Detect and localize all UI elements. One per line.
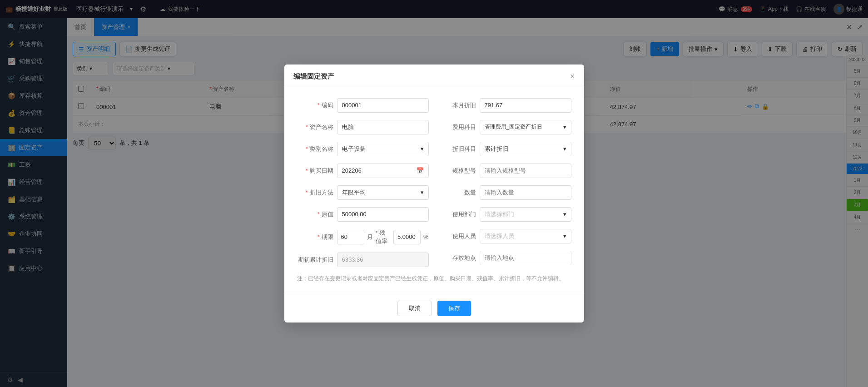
original-value-input[interactable] <box>337 207 429 222</box>
user-label: 使用人员 <box>440 232 476 240</box>
original-value-label: * 原值 <box>297 210 333 218</box>
form-item-purchase-date: * 购买日期 202206 📅 <box>297 164 429 178</box>
dialog-title: 编辑固定资产 <box>293 72 334 81</box>
residual-rate-unit: % <box>423 233 429 240</box>
quantity-input[interactable] <box>480 185 571 200</box>
category-form-label: * 类别名称 <box>297 145 333 153</box>
form-item-depreciation-category: 折旧科目 累计折旧 ▾ <box>440 142 571 156</box>
dialog-footer: 取消 保存 <box>284 294 584 322</box>
form-item-quantity: 数量 <box>440 185 571 200</box>
depreciation-method-select[interactable]: 年限平均 ▾ <box>337 185 429 200</box>
purchase-date-value: 202206 <box>342 167 362 174</box>
department-placeholder: 请选择部门 <box>485 210 514 218</box>
asset-name-label: * 资产名称 <box>297 123 333 131</box>
calendar-icon: 📅 <box>417 167 424 174</box>
depreciation-method-arrow: ▾ <box>421 189 424 196</box>
period-input[interactable] <box>337 230 364 244</box>
monthly-depreciation-input[interactable] <box>480 98 571 113</box>
spec-input[interactable] <box>480 164 571 178</box>
form-item-department: 使用部门 请选择部门 ▾ <box>440 207 571 222</box>
code-input[interactable] <box>337 98 429 113</box>
form-grid: * 编码 * 资产名称 <box>297 98 571 267</box>
purchase-date-label: * 购买日期 <box>297 167 333 175</box>
form-item-location: 存放地点 <box>440 251 571 265</box>
form-left: * 编码 * 资产名称 <box>297 98 429 267</box>
form-item-expense-category: 费用科目 管理费用_固定资产折旧 ▾ <box>440 120 571 134</box>
category-select[interactable]: 电子设备 ▾ <box>337 142 429 156</box>
spec-label: 规格型号 <box>440 167 476 175</box>
edit-asset-dialog: 编辑固定资产 × * 编码 <box>284 64 584 322</box>
category-select-arrow: ▾ <box>421 145 424 152</box>
initial-depreciation-label: 期初累计折旧 <box>297 256 333 264</box>
expense-category-label: 费用科目 <box>440 123 476 131</box>
form-item-period: * 期限 月 * 残值率 % <box>297 229 429 245</box>
dialog-body: * 编码 * 资产名称 <box>284 87 584 294</box>
code-label: * 编码 <box>297 101 333 109</box>
form-item-user: 使用人员 请选择人员 ▾ <box>440 229 571 243</box>
department-select[interactable]: 请选择部门 ▾ <box>480 207 571 222</box>
user-select[interactable]: 请选择人员 ▾ <box>480 229 571 243</box>
location-label: 存放地点 <box>440 254 476 262</box>
asset-name-input[interactable] <box>337 120 429 134</box>
user-arrow: ▾ <box>563 233 566 239</box>
form-right: 本月折旧 费用科目 管理费用_固定资产折旧 ▾ <box>440 98 571 267</box>
period-unit: 月 <box>367 233 373 241</box>
form-item-depreciation-method: * 折旧方法 年限平均 ▾ <box>297 185 429 200</box>
dialog-close-btn[interactable]: × <box>570 72 575 81</box>
cancel-button[interactable]: 取消 <box>397 301 432 316</box>
depreciation-category-select[interactable]: 累计折旧 ▾ <box>480 142 571 156</box>
expense-category-value: 管理费用_固定资产折旧 <box>485 123 542 131</box>
category-select-value: 电子设备 <box>342 145 366 153</box>
residual-rate-label: * 残值率 <box>376 229 391 245</box>
form-item-spec: 规格型号 <box>440 164 571 178</box>
depreciation-category-arrow: ▾ <box>563 145 566 152</box>
monthly-depreciation-label: 本月折旧 <box>440 101 476 109</box>
depreciation-method-label: * 折旧方法 <box>297 189 333 197</box>
form-item-category: * 类别名称 电子设备 ▾ <box>297 142 429 156</box>
period-group: 月 * 残值率 % <box>337 229 429 245</box>
form-note: 注：已经存在变更记录或者对应固定资产已经生成凭证，原值、购买日期、残值率、累计折… <box>297 274 571 283</box>
form-item-code: * 编码 <box>297 98 429 113</box>
dialog-header: 编辑固定资产 × <box>284 64 584 87</box>
user-placeholder: 请选择人员 <box>485 232 514 240</box>
form-item-initial-depreciation: 期初累计折旧 <box>297 253 429 267</box>
depreciation-method-value: 年限平均 <box>342 189 366 197</box>
location-input[interactable] <box>480 251 571 265</box>
department-label: 使用部门 <box>440 210 476 218</box>
quantity-label: 数量 <box>440 189 476 197</box>
depreciation-category-value: 累计折旧 <box>485 145 508 153</box>
form-item-monthly-depreciation: 本月折旧 <box>440 98 571 113</box>
purchase-date-input[interactable]: 202206 📅 <box>337 164 429 178</box>
expense-category-select[interactable]: 管理费用_固定资产折旧 ▾ <box>480 120 571 134</box>
form-item-original-value: * 原值 <box>297 207 429 222</box>
depreciation-category-label: 折旧科目 <box>440 145 476 153</box>
residual-rate-input[interactable] <box>393 230 421 244</box>
period-label: * 期限 <box>297 233 333 241</box>
expense-category-arrow: ▾ <box>563 124 566 130</box>
save-button[interactable]: 保存 <box>437 301 471 316</box>
initial-depreciation-input <box>337 253 429 267</box>
form-item-asset-name: * 资产名称 <box>297 120 429 134</box>
department-arrow: ▾ <box>563 211 566 218</box>
dialog-overlay: 编辑固定资产 × * 编码 <box>0 0 868 387</box>
